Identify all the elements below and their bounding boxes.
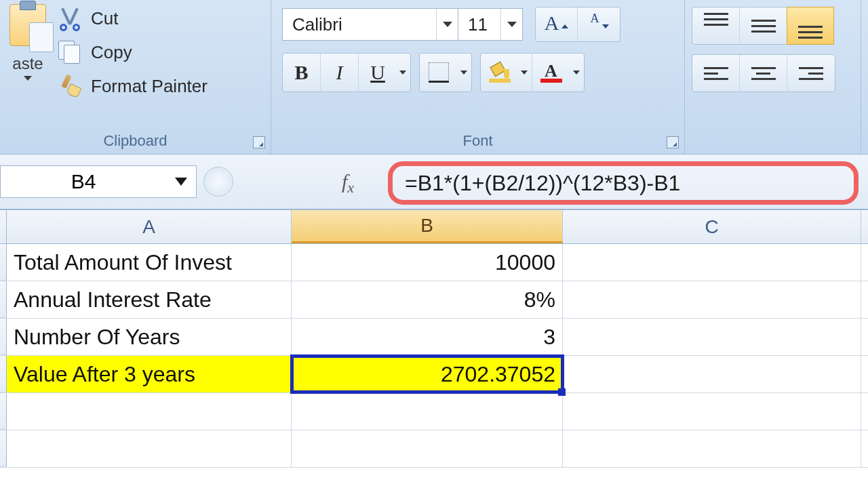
row-4: Value After 3 years 2702.37052 xyxy=(0,356,868,393)
cell-B1[interactable]: 10000 xyxy=(292,244,563,281)
cell-C3[interactable] xyxy=(563,319,861,355)
row-2: Annual Interest Rate 8% xyxy=(0,281,868,319)
col-header-B[interactable]: B xyxy=(292,210,563,243)
format-painter-button[interactable]: Format Painter xyxy=(56,73,210,99)
row-1: Total Amount Of Invest 10000 xyxy=(0,244,868,281)
ribbon: aste Cut Copy Format Painter xyxy=(0,0,868,155)
cell-B3[interactable]: 3 xyxy=(292,319,563,355)
font-group-label: Font xyxy=(275,129,680,154)
format-painter-label: Format Painter xyxy=(91,76,208,97)
cut-button[interactable]: Cut xyxy=(56,5,210,31)
align-top-button[interactable] xyxy=(692,7,740,44)
scissors-icon xyxy=(58,7,81,30)
cell-B2[interactable]: 8% xyxy=(292,281,563,318)
decrease-font-size-button[interactable]: A xyxy=(578,7,620,41)
font-color-button[interactable]: A xyxy=(532,54,584,92)
paste-label: aste xyxy=(12,54,43,73)
paste-button[interactable]: aste xyxy=(4,3,52,81)
formula-bar-input[interactable]: =B1*(1+(B2/12))^(12*B3)-B1 xyxy=(405,171,680,196)
chevron-down-icon[interactable] xyxy=(573,70,580,75)
formula-bar-row: B4 fx =B1*(1+(B2/12))^(12*B3)-B1 xyxy=(0,155,868,210)
font-name-combo[interactable]: Calibri xyxy=(282,8,458,41)
cell-C4[interactable] xyxy=(563,356,861,392)
chevron-down-icon[interactable] xyxy=(436,9,458,40)
align-right-button[interactable] xyxy=(787,55,835,92)
cell-A3[interactable]: Number Of Years xyxy=(7,319,292,355)
copy-button[interactable]: Copy xyxy=(56,39,210,65)
font-name-value: Calibri xyxy=(283,14,436,35)
chevron-down-icon[interactable] xyxy=(521,70,528,75)
chevron-down-icon[interactable] xyxy=(500,9,522,40)
borders-button[interactable] xyxy=(420,54,471,92)
chevron-down-icon[interactable] xyxy=(399,70,406,75)
bold-button[interactable]: B xyxy=(283,54,321,92)
cell-C1[interactable] xyxy=(563,244,861,281)
ribbon-group-clipboard: aste Cut Copy Format Painter xyxy=(0,0,271,154)
row-header[interactable] xyxy=(0,244,7,281)
cancel-formula-button[interactable] xyxy=(203,167,233,197)
align-center-button[interactable] xyxy=(740,55,787,92)
align-bottom-button[interactable] xyxy=(787,7,834,45)
cut-label: Cut xyxy=(91,8,118,29)
underline-button[interactable]: U xyxy=(359,54,410,92)
paintbrush-icon xyxy=(58,75,81,98)
font-size-combo[interactable]: 11 xyxy=(458,8,523,41)
name-box[interactable]: B4 xyxy=(0,165,197,198)
copy-icon xyxy=(58,41,81,64)
paste-icon xyxy=(9,4,46,46)
row-header[interactable] xyxy=(0,393,7,430)
cell-C6[interactable] xyxy=(563,430,861,467)
cell-A2[interactable]: Annual Interest Rate xyxy=(7,281,292,318)
name-box-value: B4 xyxy=(1,170,166,193)
font-dialog-launcher[interactable] xyxy=(667,136,679,148)
cell-A5[interactable] xyxy=(7,393,292,430)
font-size-value: 11 xyxy=(458,14,500,35)
alignment-group-label xyxy=(689,147,856,154)
cell-C5[interactable] xyxy=(563,393,861,430)
cell-B6[interactable] xyxy=(292,430,563,467)
fx-icon[interactable]: fx xyxy=(342,170,354,193)
row-header[interactable] xyxy=(0,430,7,467)
italic-button[interactable]: I xyxy=(321,54,359,92)
paint-bucket-icon xyxy=(489,62,511,83)
row-header[interactable] xyxy=(0,281,7,318)
clipboard-group-label: Clipboard xyxy=(4,129,267,154)
row-header[interactable] xyxy=(0,356,7,392)
border-icon xyxy=(429,62,449,83)
col-header-A[interactable]: A xyxy=(7,210,292,243)
cell-A1[interactable]: Total Amount Of Invest xyxy=(7,244,292,281)
row-6 xyxy=(0,430,868,468)
align-middle-button[interactable] xyxy=(740,7,787,44)
row-header[interactable] xyxy=(0,319,7,355)
cell-B4[interactable]: 2702.37052 xyxy=(292,356,563,392)
chevron-down-icon[interactable] xyxy=(166,178,196,186)
clipboard-dialog-launcher[interactable] xyxy=(253,136,265,148)
fill-handle[interactable] xyxy=(558,388,566,396)
cell-C2[interactable] xyxy=(563,281,861,318)
spreadsheet-grid: A B C Total Amount Of Invest 10000 Annua… xyxy=(0,210,868,468)
increase-font-size-button[interactable]: A xyxy=(536,7,578,41)
formula-bar-highlight: =B1*(1+(B2/12))^(12*B3)-B1 xyxy=(388,161,859,205)
column-headers: A B C xyxy=(0,210,868,244)
ribbon-group-alignment xyxy=(685,0,861,154)
cell-B4-value: 2702.37052 xyxy=(441,362,555,387)
fill-color-button[interactable] xyxy=(481,54,532,92)
row-3: Number Of Years 3 xyxy=(0,319,868,356)
select-all-corner[interactable] xyxy=(0,210,7,243)
chevron-down-icon[interactable] xyxy=(24,76,32,81)
copy-label: Copy xyxy=(91,42,132,63)
align-left-button[interactable] xyxy=(692,55,740,92)
ribbon-group-font: Calibri 11 A A B xyxy=(271,0,685,154)
chevron-down-icon[interactable] xyxy=(460,70,467,75)
cell-A4[interactable]: Value After 3 years xyxy=(7,356,292,392)
row-5 xyxy=(0,393,868,430)
col-header-C[interactable]: C xyxy=(563,210,861,243)
font-color-icon: A xyxy=(540,62,562,83)
cell-A6[interactable] xyxy=(7,430,292,467)
cell-B5[interactable] xyxy=(292,393,563,430)
